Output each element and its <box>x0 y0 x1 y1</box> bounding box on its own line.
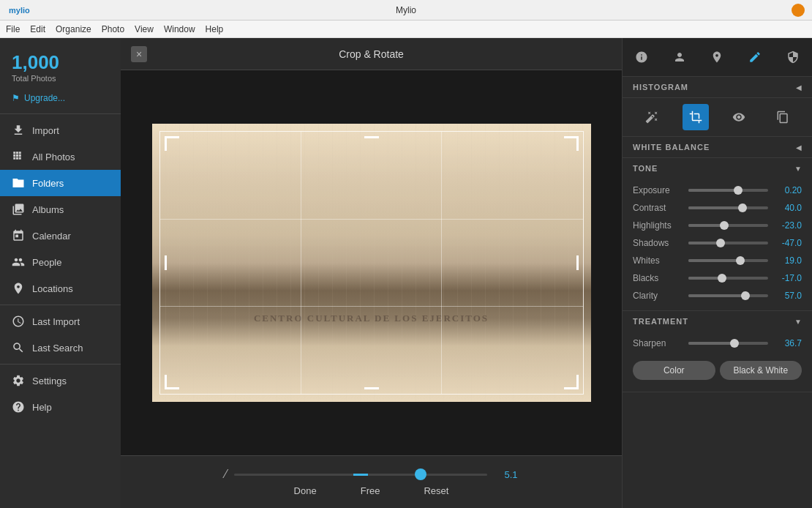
clarity-value: 57.0 <box>774 291 802 301</box>
tone-header[interactable]: TONE ▼ <box>623 158 812 179</box>
center-panel: × Crop & Rotate CENTRO CULTURAL DE LOS E… <box>121 38 622 508</box>
photo-image <box>152 124 591 402</box>
crop-close-button[interactable]: × <box>131 46 147 62</box>
upgrade-link[interactable]: Upgrade... <box>0 91 121 111</box>
sidebar-item-folders[interactable]: Folders <box>0 170 121 196</box>
menu-file[interactable]: File <box>6 24 20 34</box>
sidebar-item-albums[interactable]: Albums <box>0 196 121 223</box>
crop-actions: Done Free Reset <box>294 485 449 496</box>
sidebar-item-calendar[interactable]: Calendar <box>0 223 121 249</box>
highlights-track[interactable] <box>688 224 768 227</box>
treatment-header[interactable]: TREATMENT ▼ <box>623 311 812 332</box>
blacks-row: Blacks -17.0 <box>623 269 812 287</box>
title-bar-icon <box>792 4 805 17</box>
sidebar-item-settings[interactable]: Settings <box>0 367 121 394</box>
import-icon <box>12 124 25 137</box>
histogram-section: HISTOGRAM ◀ <box>623 77 812 98</box>
crop-tool-button[interactable] <box>683 104 709 130</box>
shadows-label: Shadows <box>633 238 683 248</box>
treatment-content: Sharpen 36.7 Color Black & White <box>623 332 812 392</box>
whites-value: 19.0 <box>774 255 802 266</box>
panel-top-icons <box>623 38 812 77</box>
info-panel-button[interactable] <box>628 44 655 70</box>
whites-track[interactable] <box>688 259 768 262</box>
white-balance-title: WHITE BALANCE <box>633 143 710 152</box>
photo-container: CENTRO CULTURAL DE LOS EJERCITOS <box>152 124 591 402</box>
exposure-value: 0.20 <box>774 185 802 195</box>
sidebar-item-last-import-label: Last Import <box>32 316 80 327</box>
sidebar-item-all-photos-label: All Photos <box>32 152 75 163</box>
sidebar-item-people[interactable]: People <box>0 249 121 275</box>
sidebar-item-import[interactable]: Import <box>0 117 121 143</box>
sidebar-item-last-search-label: Last Search <box>32 343 83 354</box>
done-button[interactable]: Done <box>294 485 317 496</box>
treatment-collapse-icon: ▼ <box>794 318 802 326</box>
sidebar-divider-1 <box>0 113 121 114</box>
people-icon <box>12 255 25 269</box>
color-bw-row: Color Black & White <box>623 355 812 386</box>
shadows-value: -47.0 <box>774 238 802 248</box>
menu-organize[interactable]: Organize <box>56 24 91 34</box>
clarity-track[interactable] <box>688 294 768 297</box>
edit-panel-button[interactable] <box>742 44 768 70</box>
sidebar-item-help[interactable]: Help <box>0 394 121 420</box>
shadows-track[interactable] <box>688 242 768 244</box>
sharpen-value: 36.7 <box>774 338 802 348</box>
free-button[interactable]: Free <box>361 485 380 496</box>
total-photos-count: 1,000 <box>12 51 109 74</box>
edit-tools-row <box>623 98 812 137</box>
shield-panel-button[interactable] <box>780 44 806 70</box>
app-title: Mylio <box>396 5 416 15</box>
menu-bar: File Edit Organize Photo View Window Hel… <box>0 20 812 38</box>
menu-edit[interactable]: Edit <box>30 24 45 34</box>
whites-label: Whites <box>633 255 683 266</box>
right-panel: HISTOGRAM ◀ WHITE BALANCE ◀ <box>622 38 812 508</box>
sharpen-label: Sharpen <box>633 338 683 348</box>
contrast-track[interactable] <box>688 206 768 209</box>
building-text: CENTRO CULTURAL DE LOS EJERCITOS <box>254 313 489 324</box>
white-balance-collapse-icon: ◀ <box>796 143 802 152</box>
last-search-icon <box>12 341 25 354</box>
view-tool-button[interactable] <box>726 104 752 130</box>
calendar-icon <box>12 229 25 242</box>
sidebar-item-locations-label: Locations <box>32 283 73 294</box>
sidebar-stats: 1,000 Total Photos <box>0 45 121 91</box>
auto-fix-button[interactable] <box>639 104 665 130</box>
copy-tool-button[interactable] <box>770 104 796 130</box>
tone-collapse-icon: ▼ <box>794 165 802 173</box>
sidebar: 1,000 Total Photos Upgrade... Import All… <box>0 38 121 508</box>
exposure-track[interactable] <box>688 189 768 192</box>
sidebar-item-albums-label: Albums <box>32 204 64 215</box>
treatment-section: TREATMENT ▼ Sharpen 36.7 Color Black & W… <box>623 311 812 392</box>
histogram-header[interactable]: HISTOGRAM ◀ <box>623 77 812 97</box>
tone-title: TONE <box>633 164 658 173</box>
sidebar-item-import-label: Import <box>32 125 59 136</box>
reset-button[interactable]: Reset <box>424 485 448 496</box>
person-panel-button[interactable] <box>666 44 693 70</box>
histogram-title: HISTOGRAM <box>633 83 688 91</box>
settings-icon <box>12 374 25 387</box>
sidebar-divider-2 <box>0 305 121 305</box>
color-button[interactable]: Color <box>633 361 715 380</box>
bw-button[interactable]: Black & White <box>720 361 802 380</box>
blacks-track[interactable] <box>688 277 768 280</box>
sidebar-item-all-photos[interactable]: All Photos <box>0 143 121 170</box>
white-balance-header[interactable]: WHITE BALANCE ◀ <box>623 137 812 157</box>
exposure-label: Exposure <box>633 185 683 195</box>
contrast-value: 40.0 <box>774 203 802 213</box>
tone-section: TONE ▼ Exposure 0.20 Contrast <box>623 158 812 311</box>
shadows-row: Shadows -47.0 <box>623 234 812 252</box>
sidebar-item-help-label: Help <box>32 402 52 413</box>
sidebar-item-last-import[interactable]: Last Import <box>0 308 121 335</box>
blacks-value: -17.0 <box>774 273 802 283</box>
sidebar-item-last-search[interactable]: Last Search <box>0 335 121 361</box>
sidebar-item-locations[interactable]: Locations <box>0 275 121 302</box>
sharpen-track[interactable] <box>688 342 768 345</box>
help-icon <box>12 400 25 414</box>
menu-view[interactable]: View <box>135 24 154 34</box>
location-panel-button[interactable] <box>704 44 730 70</box>
menu-photo[interactable]: Photo <box>102 24 124 34</box>
menu-help[interactable]: Help <box>206 24 224 34</box>
rotation-slider[interactable] <box>234 474 486 476</box>
menu-window[interactable]: Window <box>164 24 195 34</box>
